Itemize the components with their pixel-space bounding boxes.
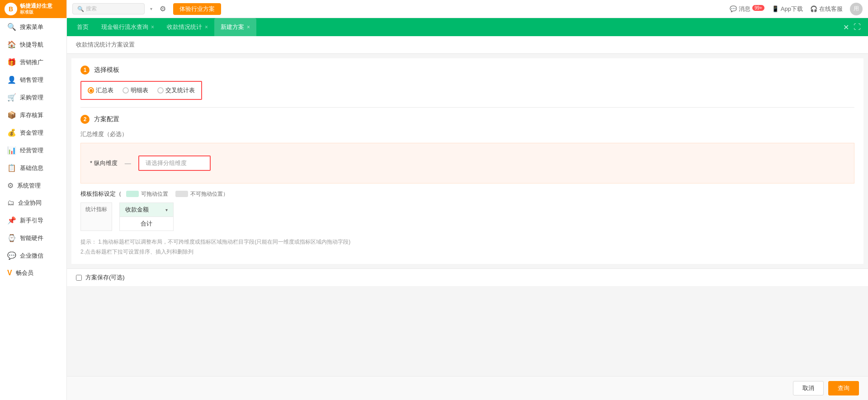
trial-button[interactable]: 体验行业方案 xyxy=(173,3,221,15)
tip-line2: 2.点击标题栏下拉可设置排序、插入列和删除列 xyxy=(80,247,854,257)
download-item[interactable]: 📱 App下载 xyxy=(772,5,803,13)
sidebar-label: 库存核算 xyxy=(20,111,43,119)
stat-label-box: 统计指标 xyxy=(80,202,112,231)
sidebar-item-basic-info[interactable]: 📋 基础信息 xyxy=(0,159,66,177)
template-summary-label: 汇总表 xyxy=(96,86,113,94)
sidebar-item-marketing[interactable]: 🎁 营销推广 xyxy=(0,53,66,71)
legend-draggable: 可拖动位置 xyxy=(126,190,168,198)
tabbar-right-controls: ✕ ⛶ xyxy=(843,23,864,32)
sidebar-label: 企业协同 xyxy=(18,199,42,207)
vertical-dimension-label: * 纵向维度 xyxy=(90,159,118,167)
tip-line1: 提示： 1.拖动标题栏可以调整布局，不可跨维度或指标区域拖动栏目字段(只能在同一… xyxy=(80,237,854,247)
close-tab-receipt[interactable]: × xyxy=(205,24,208,30)
tab-label: 现金银行流水查询 xyxy=(101,23,148,31)
main-card: 1 选择模板 汇总表 明细表 交叉统计表 xyxy=(71,58,863,264)
clipboard-icon: 📋 xyxy=(7,164,16,172)
page-content: 收款情况统计方案设置 1 选择模板 汇总表 明细表 xyxy=(67,36,868,376)
sidebar-item-nav[interactable]: 🏠 快捷导航 xyxy=(0,36,66,53)
template-summary[interactable]: 汇总表 xyxy=(88,86,113,94)
close-tab-new-plan[interactable]: × xyxy=(247,24,250,30)
brand-name: 畅捷通好生意 xyxy=(20,3,52,9)
sidebar-item-finance[interactable]: 💰 资金管理 xyxy=(0,124,66,141)
cancel-button[interactable]: 取消 xyxy=(793,381,824,395)
dimension-arrow: — xyxy=(125,160,131,167)
sidebar-item-vip[interactable]: V 畅会员 xyxy=(0,264,66,282)
radio-summary[interactable] xyxy=(88,87,94,94)
close-tab-cash-flow[interactable]: × xyxy=(151,24,154,30)
step2-section: 2 方案配置 汇总维度（必选） * 纵向维度 — 请选择分组维度 模板指标设定（ xyxy=(80,115,854,257)
topbar-settings-icon[interactable]: ⚙ xyxy=(158,5,168,13)
money-icon: 💰 xyxy=(7,128,16,137)
sidebar-item-operations[interactable]: 📊 经营管理 xyxy=(0,141,66,159)
support-item[interactable]: 🎧 在线客服 xyxy=(810,5,843,13)
box-icon: 📦 xyxy=(7,111,16,119)
indicator-table: 收款金额 ▾ 合计 xyxy=(119,202,174,231)
brand-icon: B xyxy=(5,3,17,15)
tab-label: 首页 xyxy=(77,23,89,31)
query-button[interactable]: 查询 xyxy=(828,381,859,395)
sidebar-label: 企业微信 xyxy=(20,252,43,260)
sidebar-item-inventory[interactable]: 📦 库存核算 xyxy=(0,106,66,124)
close-window-icon[interactable]: ✕ xyxy=(843,23,849,32)
cart-icon: 🛒 xyxy=(7,93,16,102)
sidebar-label: 智能硬件 xyxy=(20,234,43,242)
col-dropdown-icon[interactable]: ▾ xyxy=(165,207,168,212)
sidebar-label: 资金管理 xyxy=(20,129,43,137)
sidebar-item-enterprise[interactable]: 🗂 企业协同 xyxy=(0,194,66,212)
notification-item[interactable]: 💬 消息 99+ xyxy=(730,5,764,13)
step1-title: 选择模板 xyxy=(94,66,119,74)
brand-sub: 标准版 xyxy=(20,9,52,15)
template-detail[interactable]: 明细表 xyxy=(123,86,148,94)
home-icon: 🏠 xyxy=(7,40,16,49)
search-icon-small: 🔍 xyxy=(77,6,84,12)
step1-number: 1 xyxy=(80,66,90,75)
sidebar-item-search[interactable]: 🔍 搜索菜单 xyxy=(0,18,66,36)
legend-non-draggable: 不可拖动位置） xyxy=(175,190,228,198)
legend-draggable-label: 可拖动位置 xyxy=(141,190,168,198)
brand-logo: B 畅捷通好生意 标准版 xyxy=(0,0,66,18)
step2-title: 方案配置 xyxy=(94,115,119,123)
template-detail-label: 明细表 xyxy=(131,86,148,94)
search-icon: 🔍 xyxy=(7,23,16,31)
save-checkbox[interactable] xyxy=(76,275,82,281)
download-icon: 📱 xyxy=(772,5,779,12)
chat-icon: 💬 xyxy=(7,251,16,260)
sidebar-item-system[interactable]: ⚙ 系统管理 xyxy=(0,177,66,194)
sidebar-item-sales[interactable]: 👤 销售管理 xyxy=(0,71,66,89)
pin-icon: 📌 xyxy=(7,216,16,225)
tab-new-plan[interactable]: 新建方案 × xyxy=(214,18,256,36)
step1-section: 1 选择模板 汇总表 明细表 交叉统计表 xyxy=(80,66,854,100)
sidebar-item-purchase[interactable]: 🛒 采购管理 xyxy=(0,89,66,106)
action-bar: 取消 查询 xyxy=(67,376,868,400)
sidebar-label: 畅会员 xyxy=(16,269,33,277)
gear-icon: ⚙ xyxy=(7,181,14,190)
radio-detail[interactable] xyxy=(123,87,129,94)
avatar[interactable]: 用 xyxy=(850,3,863,15)
sidebar-label: 采购管理 xyxy=(20,94,43,102)
notification-label: 消息 xyxy=(739,5,750,13)
topbar-arrow[interactable]: ▾ xyxy=(150,6,152,11)
topbar-right: 💬 消息 99+ 📱 App下载 🎧 在线客服 用 xyxy=(730,3,863,15)
watch-icon: ⌚ xyxy=(7,234,16,242)
tab-cash-flow[interactable]: 现金银行流水查询 × xyxy=(95,18,160,36)
sidebar-item-guide[interactable]: 📌 新手引导 xyxy=(0,212,66,229)
sidebar-item-wechat[interactable]: 💬 企业微信 xyxy=(0,247,66,264)
dimension-select[interactable]: 请选择分组维度 xyxy=(138,155,211,171)
template-cross[interactable]: 交叉统计表 xyxy=(157,86,195,94)
tab-receipt-stats[interactable]: 收款情况统计 × xyxy=(160,18,214,36)
save-label: 方案保存(可选) xyxy=(85,273,125,282)
sidebar-item-hardware[interactable]: ⌚ 智能硬件 xyxy=(0,229,66,247)
tab-home[interactable]: 首页 xyxy=(71,18,95,36)
folder-icon: 🗂 xyxy=(7,199,14,207)
indicator-col-header: 收款金额 ▾ xyxy=(120,203,173,217)
radio-cross[interactable] xyxy=(157,87,164,94)
sidebar-label: 系统管理 xyxy=(17,182,41,190)
page-title: 收款情况统计方案设置 xyxy=(76,41,135,48)
maximize-icon[interactable]: ⛶ xyxy=(854,23,861,31)
sidebar-label: 营销推广 xyxy=(20,58,43,66)
col-header-label: 收款金额 xyxy=(125,206,149,214)
notification-badge: 99+ xyxy=(752,5,764,11)
indicator-section: 模板指标设定（ 可拖动位置 不可拖动位置） xyxy=(80,190,854,231)
template-cross-label: 交叉统计表 xyxy=(165,86,195,94)
topbar-search-box[interactable]: 🔍 搜索 xyxy=(72,3,145,14)
